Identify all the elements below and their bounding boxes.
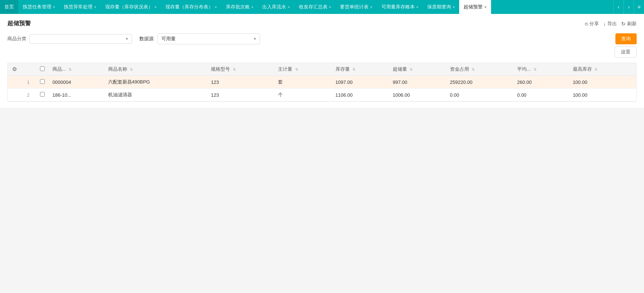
category-label: 商品分类 [7,36,26,42]
th-avg[interactable]: 平均... ⇅ [513,63,569,76]
share-button[interactable]: ⎋ 分享 [585,21,599,27]
td-spec-0: 123 [207,76,274,89]
refresh-icon: ↻ [621,21,626,27]
nav-label-order-stats: 要货单统计表 [340,4,369,10]
td-capital-0: 259220.00 [446,76,513,89]
filter-buttons: 查询 设置 [615,33,637,58]
datasource-chevron-icon: ▾ [254,36,256,41]
row-checkbox-0[interactable] [40,79,45,84]
column-settings-icon[interactable]: ⚙ [12,66,17,72]
page-header: 超储预警 ⎋ 分享 ↓ 导出 ↻ 刷新 [7,20,637,27]
nav-close-task-mgmt[interactable]: × [53,5,55,9]
nav-label-avail-ledger: 可用量库存账本 [381,4,415,10]
nav-menu-button[interactable]: ≡ [634,0,644,14]
category-chevron-icon: ▾ [126,36,128,41]
nav-close-inventory-batch[interactable]: × [251,5,253,9]
nav-item-in-out-flow[interactable]: 出入库流水 × [258,0,294,14]
td-name-1: 机油滤清器 [105,89,208,101]
nav-next-button[interactable]: › [623,0,634,14]
td-num-0: 1 [21,76,36,89]
data-table: ⚙ 商品... ⇅ 商品名称 ⇅ 规格型号 [7,63,637,102]
nav-item-expiry[interactable]: 保质期查询 × [423,0,459,14]
th-stock[interactable]: 库存量 ⇅ [332,63,389,76]
sort-max-icon: ⇅ [594,67,597,71]
select-all-checkbox[interactable] [40,66,45,71]
th-name[interactable]: 商品名称 ⇅ [105,63,208,76]
th-max[interactable]: 最高库存 ⇅ [569,63,636,76]
nav-label-overstock: 超储预警 [464,4,483,10]
nav-item-avail-ledger[interactable]: 可用量库存账本 × [377,0,423,14]
td-settings-1 [8,89,21,101]
sort-unit-icon: ⇅ [295,67,298,71]
query-button[interactable]: 查询 [615,33,637,44]
nav-label-recv-send: 收发存汇总表 [299,4,328,10]
nav-close-avail-ledger[interactable]: × [416,5,418,9]
nav-label-inventory-batch: 库存批次账 [226,4,250,10]
nav-item-task-mgmt[interactable]: 拣货任务管理 × [18,0,59,14]
td-avg-0: 260.00 [513,76,569,89]
sort-code-icon: ⇅ [69,67,72,71]
nav-close-in-out-flow[interactable]: × [288,5,290,9]
nav-item-abnormal[interactable]: 拣货异常处理 × [59,0,100,14]
datasource-filter-group: 数据源 可用量 ▾ [139,33,260,44]
td-unit-0: 套 [274,76,332,89]
nav-item-inventory-batch[interactable]: 库存批次账 × [222,0,258,14]
th-capital-label: 资金占用 [450,66,469,72]
td-avg-1: 0.00 [513,89,569,101]
nav-close-order-stats[interactable]: × [370,5,372,9]
datasource-label: 数据源 [139,36,154,42]
nav-close-inventory-status[interactable]: × [154,5,157,9]
th-name-label: 商品名称 [108,66,127,72]
top-nav: 首页 拣货任务管理 × 拣货异常处理 × 现存量（库存状况表） × 现存量（库存… [0,0,644,14]
sort-spec-icon: ⇅ [233,67,236,71]
nav-label-home: 首页 [4,4,14,10]
nav-item-home[interactable]: 首页 [0,0,18,14]
td-max-0: 100.00 [569,76,636,89]
export-button[interactable]: ↓ 导出 [603,21,617,27]
th-unit[interactable]: 主计量 ⇅ [274,63,332,76]
nav-close-overstock[interactable]: × [484,5,486,9]
settings-button[interactable]: 设置 [615,47,637,58]
nav-close-inventory-dist[interactable]: × [215,5,217,9]
td-check-1 [36,89,49,101]
row-checkbox-1[interactable] [40,92,45,97]
nav-item-recv-send[interactable]: 收发存汇总表 × [294,0,336,14]
td-stock-1: 1106.00 [332,89,389,101]
sort-overstock-icon: ⇅ [410,67,413,71]
share-icon: ⎋ [585,21,588,27]
nav-item-order-stats[interactable]: 要货单统计表 × [336,0,377,14]
th-overstock[interactable]: 超储量 ⇅ [389,63,446,76]
export-label: 导出 [607,21,617,27]
th-settings: ⚙ [8,63,21,76]
header-actions: ⎋ 分享 ↓ 导出 ↻ 刷新 [585,21,637,27]
td-unit-1: 个 [274,89,332,101]
td-stock-0: 1097.00 [332,76,389,89]
nav-close-expiry[interactable]: × [453,5,455,9]
td-code-0: 0000004 [49,76,105,89]
datasource-select-value: 可用量 [161,36,176,42]
nav-prev-button[interactable]: ‹ [613,0,623,14]
th-max-label: 最高库存 [573,66,592,72]
nav-item-overstock[interactable]: 超储预警 × [459,0,491,14]
table-row: 2 186-10... 机油滤清器 123 个 1106.00 1006.00 … [8,89,636,101]
nav-label-inventory-dist: 现存量（库存分布表） [165,4,213,10]
td-max-1: 100.00 [569,89,636,101]
category-filter-group: 商品分类 ▾ [7,34,132,44]
sort-name-icon: ⇅ [130,67,133,71]
export-icon: ↓ [603,21,606,27]
nav-close-abnormal[interactable]: × [94,5,96,9]
category-select[interactable]: ▾ [29,34,132,44]
nav-item-inventory-dist[interactable]: 现存量（库存分布表） × [161,0,221,14]
td-overstock-1: 1006.00 [389,89,446,101]
nav-close-recv-send[interactable]: × [329,5,331,9]
nav-label-expiry: 保质期查询 [427,4,451,10]
th-spec[interactable]: 规格型号 ⇅ [207,63,274,76]
th-code[interactable]: 商品... ⇅ [49,63,105,76]
refresh-label: 刷新 [627,21,637,27]
datasource-select[interactable]: 可用量 ▾ [157,33,260,44]
th-capital[interactable]: 资金占用 ⇅ [446,63,513,76]
refresh-button[interactable]: ↻ 刷新 [621,21,637,27]
th-num [21,63,36,76]
nav-item-inventory-status[interactable]: 现存量（库存状况表） × [101,0,161,14]
td-check-0 [36,76,49,89]
